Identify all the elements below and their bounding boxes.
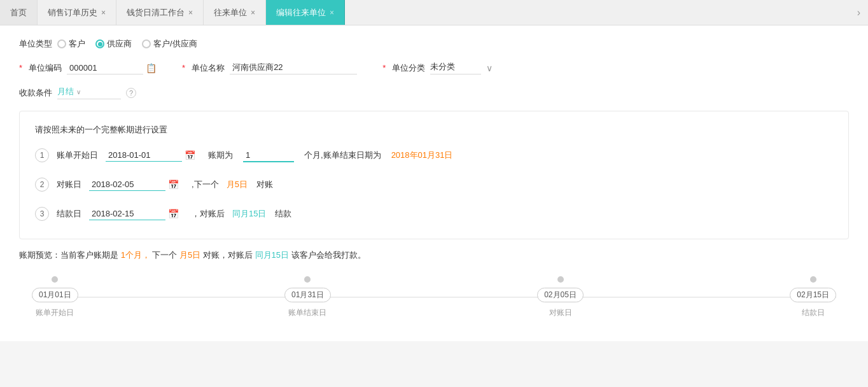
tab-partner[interactable]: 往来单位 × xyxy=(204,0,266,25)
timeline-point-2: 02月05日 对账日 xyxy=(537,276,584,318)
main-content: 单位类型 客户 供应商 客户/供应商 * 单位编码 xyxy=(0,25,868,341)
step-2-label: 对账日 xyxy=(57,179,81,190)
step-3-suffix-2: 结款 xyxy=(275,208,291,220)
preview-bar: 账期预览：当前客户账期是 1个月， 下一个 月5日 对账，对账后 同月15日 该… xyxy=(19,250,849,261)
step-1-end-date: 2018年01月31日 xyxy=(391,150,453,161)
timeline-dot-1 xyxy=(304,276,311,283)
radio-circle-supplier xyxy=(95,39,104,48)
step-2-date-wrapper: 📅 xyxy=(89,178,179,191)
unit-category-value: 未分类 xyxy=(430,61,481,74)
tab-cash-work[interactable]: 钱货日清工作台 × xyxy=(116,0,204,25)
unit-type-label: 单位类型 xyxy=(19,38,52,50)
unit-type-group: 单位类型 客户 供应商 客户/供应商 xyxy=(19,38,197,50)
unit-category-arrow[interactable]: ∨ xyxy=(486,63,493,73)
timeline-label-1: 01月31日 xyxy=(284,288,331,302)
step-1-num: 1 xyxy=(35,148,49,162)
step-2-date-input[interactable] xyxy=(89,178,165,191)
step-1-calendar-icon[interactable]: 📅 xyxy=(185,150,195,160)
step-1-date-input[interactable] xyxy=(106,149,182,162)
tab-edit-partner[interactable]: 编辑往来单位 × xyxy=(266,0,345,25)
timeline-desc-2: 对账日 xyxy=(549,307,572,318)
step-3-date-input[interactable] xyxy=(89,208,165,220)
tab-home[interactable]: 首页 xyxy=(0,0,38,25)
unit-code-label: 单位编码 xyxy=(29,62,62,74)
unit-name-group: * 单位名称 xyxy=(182,62,357,74)
step-1-date-wrapper: 📅 xyxy=(106,149,195,162)
step-1-period-suffix: 个月,账单结束日期为 xyxy=(304,150,381,161)
step-2-row: 2 对账日 📅 ,下一个 月5日 对账 xyxy=(35,178,833,192)
close-cash-work[interactable]: × xyxy=(188,8,193,17)
tab-sales-history[interactable]: 销售订单历史 × xyxy=(38,0,116,25)
step-3-suffix-teal: 同月15日 xyxy=(232,208,266,220)
payment-terms-label: 收款条件 xyxy=(19,87,52,99)
payment-terms-group: 收款条件 月结 ∨ ? xyxy=(19,86,136,99)
step-2-calendar-icon[interactable]: 📅 xyxy=(168,179,179,190)
tab-expand-button[interactable]: › xyxy=(850,0,868,25)
payment-terms-row: 收款条件 月结 ∨ ? xyxy=(19,86,849,99)
step-2-num: 2 xyxy=(35,178,49,192)
preview-date-teal: 同月15日 xyxy=(255,250,289,260)
timeline-desc-3: 结款日 xyxy=(802,307,825,318)
payment-help-icon[interactable]: ? xyxy=(126,88,136,98)
timeline-desc-1: 账单结束日 xyxy=(288,307,326,318)
preview-middle: 下一个 xyxy=(152,250,177,260)
unit-code-group: * 单位编码 📋 xyxy=(19,62,157,74)
close-partner[interactable]: × xyxy=(251,8,255,17)
setting-box: 请按照未来的一个完整帐期进行设置 1 账单开始日 📅 账期为 个月,账单结束日期… xyxy=(19,111,849,239)
step-2-suffix-orange: 月5日 xyxy=(227,179,248,190)
timeline-label-3: 02月15日 xyxy=(790,288,836,302)
close-sales-history[interactable]: × xyxy=(101,8,106,17)
unit-type-row: 单位类型 客户 供应商 客户/供应商 xyxy=(19,38,849,50)
step-1-period-input[interactable] xyxy=(243,149,294,162)
payment-terms-dropdown[interactable]: 月结 ∨ xyxy=(57,86,121,99)
tab-bar: 首页 销售订单历史 × 钱货日清工作台 × 往来单位 × 编辑往来单位 × › xyxy=(0,0,868,25)
radio-group: 客户 供应商 客户/供应商 xyxy=(57,38,197,50)
preview-prefix: 账期预览：当前客户账期是 xyxy=(19,250,118,260)
step-2-suffix-1: ,下一个 xyxy=(192,179,219,190)
timeline-point-3: 02月15日 结款日 xyxy=(790,276,836,318)
step-3-date-wrapper: 📅 xyxy=(89,208,179,220)
step-1-label: 账单开始日 xyxy=(57,150,98,161)
timeline-container: 01月01日 账单开始日 01月31日 账单结束日 02月05日 对账日 02月… xyxy=(19,266,849,328)
timeline-label-2: 02月05日 xyxy=(537,288,584,302)
radio-circle-customer xyxy=(57,39,66,48)
setting-title: 请按照未来的一个完整帐期进行设置 xyxy=(35,124,833,136)
preview-date-orange: 月5日 xyxy=(179,250,200,260)
unit-info-row: * 单位编码 📋 * 单位名称 * 单位分类 未分类 ∨ xyxy=(19,61,849,74)
close-edit-partner[interactable]: × xyxy=(330,8,334,17)
timeline-label-0: 01月01日 xyxy=(32,288,78,302)
timeline-dot-0 xyxy=(52,276,58,283)
unit-code-input[interactable] xyxy=(67,62,143,74)
payment-terms-value: 月结 xyxy=(57,86,74,97)
unit-name-input[interactable] xyxy=(230,62,357,74)
unit-category-label: 单位分类 xyxy=(392,62,425,74)
step-3-calendar-icon[interactable]: 📅 xyxy=(168,209,179,219)
timeline-point-1: 01月31日 账单结束日 xyxy=(284,276,331,318)
step-3-label: 结款日 xyxy=(57,208,81,220)
step-2-suffix-2: 对账 xyxy=(256,179,273,190)
timeline-dot-2 xyxy=(557,276,564,283)
radio-both[interactable]: 客户/供应商 xyxy=(142,38,197,50)
timeline-dot-3 xyxy=(810,276,816,283)
payment-terms-arrow[interactable]: ∨ xyxy=(76,88,81,95)
unit-name-label: 单位名称 xyxy=(192,62,225,74)
preview-period-orange: 1个月， xyxy=(121,250,150,260)
step-1-period-prefix: 账期为 xyxy=(208,150,233,161)
step-3-num: 3 xyxy=(35,207,49,221)
timeline-desc-0: 账单开始日 xyxy=(36,307,74,318)
preview-after: 对账，对账后 xyxy=(203,250,253,260)
step-1-row: 1 账单开始日 📅 账期为 个月,账单结束日期为 2018年01月31日 xyxy=(35,148,833,162)
preview-suffix: 该客户会给我打款。 xyxy=(291,250,366,260)
step-3-row: 3 结款日 📅 ，对账后 同月15日 结款 xyxy=(35,207,833,221)
step-3-suffix-1: ，对账后 xyxy=(192,208,225,220)
radio-customer[interactable]: 客户 xyxy=(57,38,85,50)
timeline-points: 01月01日 账单开始日 01月31日 账单结束日 02月05日 对账日 02月… xyxy=(32,276,836,318)
unit-category-wrapper: 未分类 ∨ xyxy=(430,61,493,74)
unit-code-icon[interactable]: 📋 xyxy=(146,63,157,73)
unit-code-input-wrapper: 📋 xyxy=(67,62,157,74)
unit-category-group: * 单位分类 未分类 ∨ xyxy=(382,61,493,74)
radio-circle-both xyxy=(142,39,151,48)
timeline-point-0: 01月01日 账单开始日 xyxy=(32,276,78,318)
radio-supplier[interactable]: 供应商 xyxy=(95,38,132,50)
